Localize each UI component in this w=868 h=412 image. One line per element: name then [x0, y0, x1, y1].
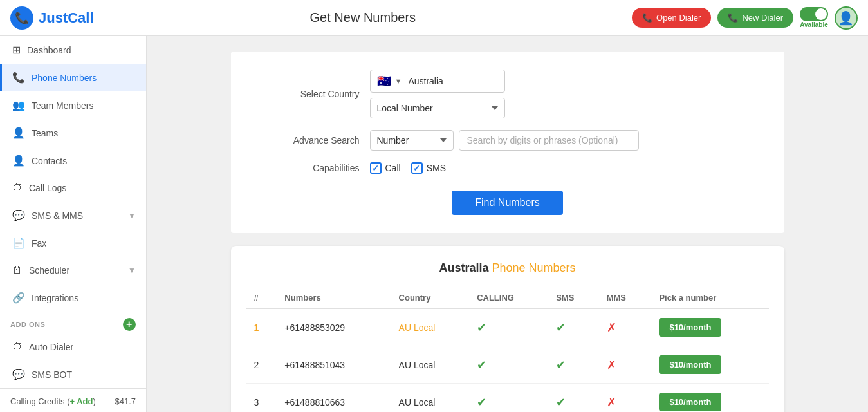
calling-check-icon: ✔ [477, 321, 486, 334]
find-row: Find Numbers [257, 185, 759, 215]
avatar[interactable]: 👤 [835, 6, 858, 30]
page-title: Get New Numbers [310, 10, 416, 25]
mms-cross-icon: ✗ [607, 396, 616, 409]
find-numbers-button[interactable]: Find Numbers [452, 191, 562, 215]
sms-bot-icon: 💬 [12, 368, 25, 380]
results-title: Australia Phone Numbers [246, 261, 769, 275]
calling-check-icon: ✔ [477, 396, 486, 409]
credits-row: Calling Credits (+ Add) $41.7 [10, 397, 136, 406]
main-layout: ⊞ Dashboard 📞 Phone Numbers 👥 Team Membe… [0, 36, 868, 412]
chevron-down-icon: ▼ [128, 211, 136, 220]
sms-mms-icon: 💬 [12, 209, 25, 221]
pick-number-button[interactable]: $10/month [659, 318, 721, 337]
table-row: 1 +61488853029 AU Local ✔ ✔ ✗ $10/month [246, 308, 769, 346]
table-row: 2 +61488851043 AU Local ✔ ✔ ✗ $10/month [246, 346, 769, 384]
call-checkbox[interactable] [370, 162, 382, 174]
cell-number: +61488851043 [277, 346, 391, 384]
sidebar-item-label: Teams [32, 128, 58, 138]
adv-search-controls: Number Area Code Contains [370, 130, 639, 151]
cell-pick: $10/month [651, 384, 768, 413]
phone-icon: 📞 [642, 13, 652, 23]
country-select-wrapper[interactable]: 🇦🇺 ▼ Australia [370, 70, 505, 93]
main-content: Select Country 🇦🇺 ▼ Australia Local Numb… [147, 36, 868, 412]
auto-dialer-icon: ⏱ [12, 341, 23, 353]
sidebar-item-dashboard[interactable]: ⊞ Dashboard [0, 36, 146, 64]
sidebar-item-integrations[interactable]: 🔗 Integrations [0, 284, 146, 312]
chevron-down-icon-2: ▼ [128, 266, 136, 275]
credits-value: $41.7 [115, 397, 136, 406]
sms-capability: SMS [411, 162, 446, 174]
call-capability: Call [370, 162, 401, 174]
status-label: Available [800, 21, 828, 28]
cell-mms: ✗ [599, 384, 652, 413]
search-input[interactable] [459, 130, 639, 151]
sidebar-item-phone-numbers[interactable]: 📞 Phone Numbers [0, 64, 146, 91]
cell-calling: ✔ [469, 384, 548, 413]
sidebar-item-sms-mms[interactable]: 💬 SMS & MMS ▼ [0, 201, 146, 229]
select-country-row: Select Country 🇦🇺 ▼ Australia Local Numb… [257, 70, 759, 118]
cell-pick: $10/month [651, 346, 768, 384]
sidebar-footer: Calling Credits (+ Add) $41.7 [0, 388, 146, 412]
sidebar: ⊞ Dashboard 📞 Phone Numbers 👥 Team Membe… [0, 36, 147, 412]
add-addon-button[interactable]: + [123, 318, 136, 331]
sidebar-item-label: Dashboard [27, 45, 71, 55]
pick-number-button[interactable]: $10/month [659, 355, 721, 374]
new-dialer-button[interactable]: 📞 New Dialer [717, 8, 793, 28]
addons-section-label: ADD ONS + [0, 312, 146, 333]
table-header-row: # Numbers Country CALLING SMS MMS Pick a… [246, 288, 769, 308]
cell-pick: $10/month [651, 308, 768, 346]
phone-numbers-icon: 📞 [12, 71, 25, 84]
cell-mms: ✗ [599, 308, 652, 346]
toggle-switch [800, 7, 828, 21]
cell-country: AU Local [391, 384, 470, 413]
capabilities-controls: Call SMS [370, 162, 446, 174]
status-toggle[interactable]: Available [800, 7, 828, 28]
cell-num: 3 [246, 384, 277, 413]
sidebar-item-auto-dialer[interactable]: ⏱ Auto Dialer [0, 333, 146, 360]
results-title-suffix: Phone Numbers [492, 261, 575, 274]
cell-num: 1 [246, 308, 277, 346]
col-numbers: Numbers [277, 288, 391, 308]
app-header: 📞 JustCall Get New Numbers 📞 Open Dialer… [0, 0, 868, 36]
sms-label: SMS [427, 163, 446, 173]
sidebar-item-call-logs[interactable]: ⏱ Call Logs [0, 174, 146, 201]
logo-text: JustCall [39, 10, 94, 26]
credits-label: Calling Credits (+ Add) [10, 397, 96, 406]
sidebar-item-scheduler[interactable]: 🗓 Scheduler ▼ [0, 257, 146, 284]
sidebar-item-label: SMS & MMS [32, 211, 83, 221]
sidebar-item-sms-bot[interactable]: 💬 SMS BOT [0, 360, 146, 388]
cell-sms: ✔ [548, 384, 598, 413]
add-credits-button[interactable]: + Add [70, 397, 93, 406]
open-dialer-button[interactable]: 📞 Open Dialer [632, 8, 711, 28]
sms-checkbox[interactable] [411, 162, 423, 174]
mms-cross-icon: ✗ [607, 321, 616, 334]
col-mms: MMS [599, 288, 652, 308]
team-members-icon: 👥 [12, 99, 25, 111]
sidebar-item-label: Call Logs [29, 183, 66, 193]
search-by-select[interactable]: Number Area Code Contains [370, 130, 454, 151]
col-calling: CALLING [469, 288, 548, 308]
phone-icon-new: 📞 [728, 13, 738, 23]
country-dropdown-arrow: ▼ [395, 77, 402, 85]
teams-icon: 👤 [12, 127, 25, 139]
sidebar-item-fax[interactable]: 📄 Fax [0, 229, 146, 257]
sidebar-item-label: Contacts [32, 156, 67, 166]
toggle-knob [815, 8, 827, 20]
sidebar-item-teams[interactable]: 👤 Teams [0, 119, 146, 147]
table-row: 3 +61488810663 AU Local ✔ ✔ ✗ $10/month [246, 384, 769, 413]
mms-cross-icon: ✗ [607, 359, 616, 371]
capabilities-label: Capabilities [257, 163, 360, 173]
scheduler-icon: 🗓 [12, 265, 23, 276]
sidebar-item-label: Scheduler [29, 265, 69, 276]
number-type-select[interactable]: Local Number Toll Free Mobile [370, 98, 505, 118]
results-country: Australia [439, 261, 488, 274]
logo-icon: 📞 [10, 6, 33, 30]
sidebar-item-team-members[interactable]: 👥 Team Members [0, 91, 146, 119]
cell-sms: ✔ [548, 308, 598, 346]
fax-icon: 📄 [12, 237, 25, 249]
country-flag: 🇦🇺 [377, 74, 391, 88]
results-card: Australia Phone Numbers # Numbers Countr… [231, 246, 784, 412]
pick-number-button[interactable]: $10/month [659, 393, 721, 411]
call-logs-icon: ⏱ [12, 182, 23, 194]
sidebar-item-contacts[interactable]: 👤 Contacts [0, 147, 146, 174]
